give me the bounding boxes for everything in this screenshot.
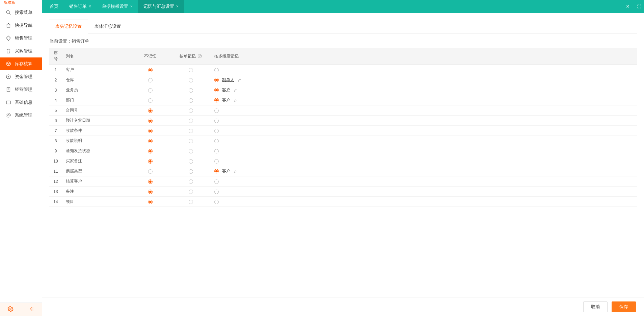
radio-no-memory[interactable] <box>148 200 153 204</box>
radio-no-memory[interactable] <box>148 78 153 82</box>
cell-seq: 10 <box>49 156 62 166</box>
collapse-icon[interactable] <box>28 306 34 313</box>
edit-icon[interactable] <box>234 98 238 102</box>
tab-2[interactable]: 单据模板设置× <box>97 0 138 13</box>
sidebar-item-3[interactable]: 采购管理 <box>0 45 42 57</box>
close-all-tabs-icon[interactable] <box>623 0 633 13</box>
sidebar-item-7[interactable]: 基础信息 <box>0 96 42 109</box>
settings-icon[interactable] <box>7 306 14 313</box>
radio-dim[interactable] <box>214 159 219 164</box>
col-by-dim: 按多维度记忆 <box>211 48 637 65</box>
radio-by-order[interactable] <box>189 179 193 184</box>
tab-close-icon[interactable]: × <box>176 4 179 9</box>
radio-dim[interactable] <box>214 78 219 82</box>
radio-no-memory[interactable] <box>148 129 153 133</box>
cell-seq: 13 <box>49 187 62 197</box>
inner-tab-0[interactable]: 表头记忆设置 <box>49 20 88 33</box>
table-row: 14 项目 <box>49 197 637 207</box>
radio-dim[interactable] <box>214 149 219 153</box>
radio-by-order[interactable] <box>189 200 193 204</box>
radio-by-order[interactable] <box>189 119 193 123</box>
dim-link[interactable]: 客户 <box>222 87 230 93</box>
cell-name: 业务员 <box>62 85 130 95</box>
radio-no-memory[interactable] <box>148 108 153 113</box>
dim-link[interactable]: 客户 <box>222 97 230 103</box>
radio-no-memory[interactable] <box>148 190 153 194</box>
radio-no-memory[interactable] <box>148 68 153 72</box>
radio-dim[interactable] <box>214 98 219 102</box>
radio-dim[interactable] <box>214 169 219 173</box>
radio-no-memory[interactable] <box>148 179 153 184</box>
edit-icon[interactable] <box>238 78 242 82</box>
cell-name: 部门 <box>62 95 130 105</box>
tab-label: 首页 <box>50 3 58 9</box>
edition-badge: 标准版 <box>4 0 15 5</box>
radio-by-order[interactable] <box>189 108 193 113</box>
cell-seq: 5 <box>49 105 62 116</box>
sidebar-item-0[interactable]: 搜索菜单 <box>0 6 42 19</box>
radio-dim[interactable] <box>214 119 219 123</box>
tab-label: 记忆与汇总设置 <box>143 3 174 9</box>
radio-no-memory[interactable] <box>148 159 153 164</box>
table-row: 1 客户 <box>49 65 637 75</box>
memory-config-table: 序号 列名 不记忆 按单记忆 ? 按多维度记忆 1 客户 2 仓库 制单 <box>49 48 637 207</box>
edit-icon[interactable] <box>234 169 238 173</box>
radio-by-order[interactable] <box>189 169 193 174</box>
sidebar-item-label: 搜索菜单 <box>15 9 32 16</box>
tab-close-icon[interactable]: × <box>130 4 133 9</box>
tab-label: 单据模板设置 <box>102 3 128 9</box>
radio-by-order[interactable] <box>189 88 193 93</box>
radio-by-order[interactable] <box>189 190 193 194</box>
radio-dim[interactable] <box>214 68 219 72</box>
sidebar-item-5[interactable]: 资金管理 <box>0 70 42 83</box>
radio-dim[interactable] <box>214 108 219 113</box>
radio-dim[interactable] <box>214 179 219 184</box>
help-icon[interactable]: ? <box>198 54 202 58</box>
radio-by-order[interactable] <box>189 159 193 164</box>
svg-point-6 <box>10 308 11 310</box>
tab-1[interactable]: 销售订单× <box>64 0 97 13</box>
sidebar-item-6[interactable]: 经营管理 <box>0 83 42 96</box>
radio-by-order[interactable] <box>189 68 193 72</box>
tab-3[interactable]: 记忆与汇总设置× <box>138 0 184 13</box>
radio-no-memory[interactable] <box>148 119 153 123</box>
radio-by-order[interactable] <box>189 78 193 82</box>
radio-no-memory[interactable] <box>148 88 153 93</box>
dim-link[interactable]: 客户 <box>222 168 230 174</box>
svg-point-4 <box>8 115 9 116</box>
radio-dim[interactable] <box>214 190 219 194</box>
fullscreen-icon[interactable] <box>635 0 644 13</box>
sidebar-item-1[interactable]: 快捷导航 <box>0 19 42 32</box>
radio-no-memory[interactable] <box>148 139 153 143</box>
table-row: 10 买家备注 <box>49 156 637 166</box>
table-row: 13 备注 <box>49 187 637 197</box>
radio-no-memory[interactable] <box>148 98 153 103</box>
radio-dim[interactable] <box>214 139 219 143</box>
table-row: 8 收款说明 <box>49 136 637 146</box>
radio-dim[interactable] <box>214 200 219 204</box>
save-button[interactable]: 保存 <box>612 301 636 312</box>
radio-by-order[interactable] <box>189 149 193 153</box>
tab-close-icon[interactable]: × <box>89 4 91 9</box>
radio-by-order[interactable] <box>189 129 193 133</box>
sidebar-item-label: 快捷导航 <box>15 22 32 28</box>
radio-dim[interactable] <box>214 88 219 92</box>
radio-by-order[interactable] <box>189 98 193 103</box>
tab-0[interactable]: 首页 <box>44 0 64 13</box>
radio-dim[interactable] <box>214 129 219 133</box>
cell-seq: 3 <box>49 85 62 95</box>
svg-rect-3 <box>6 101 10 104</box>
radio-by-order[interactable] <box>189 139 193 143</box>
cell-seq: 1 <box>49 65 62 75</box>
radio-no-memory[interactable] <box>148 169 153 174</box>
search-icon <box>5 9 11 16</box>
radio-no-memory[interactable] <box>148 149 153 153</box>
inner-tab-1[interactable]: 表体汇总设置 <box>88 20 127 33</box>
sidebar-item-2[interactable]: 销售管理 <box>0 32 42 45</box>
dim-link[interactable]: 制单人 <box>222 77 234 83</box>
svg-rect-2 <box>7 88 10 92</box>
sidebar-item-8[interactable]: 系统管理 <box>0 109 42 122</box>
sidebar-item-4[interactable]: 库存核算 <box>0 57 42 70</box>
cancel-button[interactable]: 取消 <box>583 301 608 312</box>
edit-icon[interactable] <box>234 88 238 92</box>
